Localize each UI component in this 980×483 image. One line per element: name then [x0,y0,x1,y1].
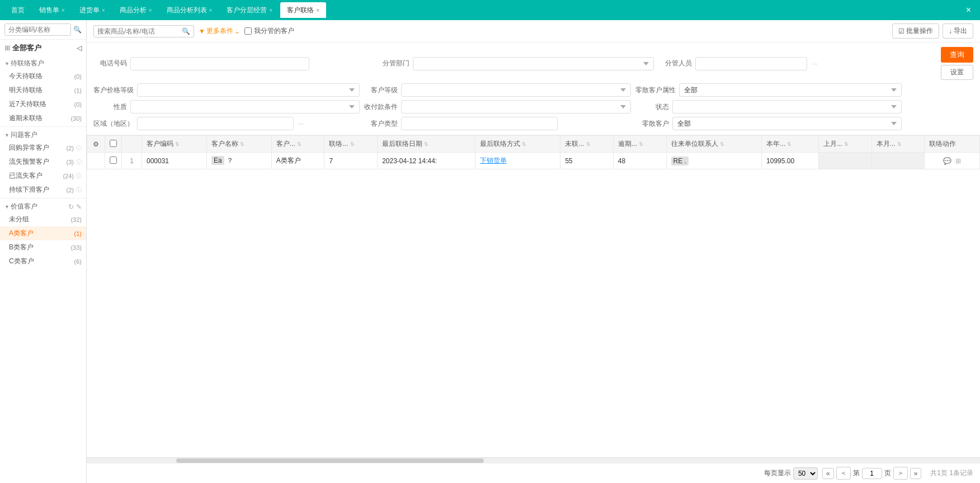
row-checkbox[interactable] [110,157,117,164]
horizontal-scrollbar[interactable] [87,457,980,463]
row-last-method[interactable]: 下销货单 [475,153,560,169]
col-type[interactable]: 客户... ⇅ [271,136,324,153]
edit-icon[interactable]: ✎ [76,203,82,211]
col-overdue[interactable]: 逾期... ⇅ [613,136,666,153]
region-input[interactable] [137,117,294,130]
col-name[interactable]: 客户名称 ⇅ [206,136,271,153]
sidebar-item-ungrouped[interactable]: 未分组 (32) [0,212,86,226]
sort-contact-icon: ⇅ [350,141,355,147]
my-customers-checkbox[interactable]: 我分管的客户 [244,26,294,36]
sidebar-item-class-b[interactable]: B类客户 (33) [0,240,86,254]
close-goods-list-tab[interactable]: × [209,7,213,13]
main-search-wrapper: 🔍 [93,25,194,37]
col-contact[interactable]: 联络... ⇅ [324,136,378,153]
col-last-month[interactable]: 上月... ⇅ [818,136,871,153]
sidebar-search-icon[interactable]: 🔍 [73,26,82,34]
section-problem-label: 问题客户 [11,130,37,140]
col-gear[interactable]: ⚙ [87,136,105,153]
customer-level-select[interactable] [401,83,630,97]
sidebar-item-tomorrow[interactable]: 明天待联络 (1) [0,83,86,97]
collapse-sidebar-btn[interactable]: ◁ [77,44,82,52]
sidebar-item-7days[interactable]: 近7天待联络 (0) [0,97,86,111]
select-all-checkbox[interactable] [110,140,117,147]
col-contact-person[interactable]: 往来单位联系人 ⇅ [666,136,762,153]
retail-customer-select[interactable]: 全部 [672,117,902,130]
batch-btn[interactable]: ☑ 批量操作 [892,23,939,39]
col-last-date[interactable]: 最后联络日期 ⇅ [378,136,475,153]
col-no-contact[interactable]: 未联... ⇅ [560,136,614,153]
row-this-year: 10995.00 [762,153,819,169]
tab-sales[interactable]: 销售单 × [32,2,72,18]
close-all-tabs[interactable]: × [962,5,976,15]
sidebar-item-repurchase[interactable]: 回购异常客户 (2) ⓘ [0,141,86,155]
main-search-icon[interactable]: 🔍 [182,27,190,35]
section-problem-customers[interactable]: ▼ 问题客户 [0,128,86,141]
sidebar-search-input[interactable] [4,23,71,36]
status-select[interactable] [672,100,902,113]
page-number-input[interactable] [862,468,882,479]
sidebar-item-today[interactable]: 今天待联络 (0) [0,69,86,83]
manager-more-icon[interactable]: ··· [812,60,817,68]
scroll-thumb[interactable] [176,458,484,463]
close-purchase-tab[interactable]: × [102,7,105,13]
sort-this-month-icon: ⇅ [897,141,902,147]
next-page-btn[interactable]: ＞ [893,467,908,480]
chat-action-icon[interactable]: 💬 [943,157,951,165]
grid-action-icon[interactable]: ⊞ [955,157,961,165]
sort-no-contact-icon: ⇅ [586,141,591,147]
payment-select[interactable] [401,100,630,113]
sidebar-item-class-c[interactable]: C类客户 (6) [0,254,86,268]
sidebar: 🔍 ⊞ 全部客户 ◁ ▼ 待联络客户 今天待联络 (0) 明天待联络 (1) 近… [0,20,87,483]
refresh-icon[interactable]: ↻ [68,203,74,211]
department-select[interactable] [413,57,654,70]
tab-goods-analysis[interactable]: 商品分析 × [113,2,159,18]
col-last-method[interactable]: 最后联络方式 ⇅ [475,136,560,153]
col-this-month[interactable]: 本月... ⇅ [871,136,925,153]
sidebar-item-churn-warning[interactable]: 流失预警客户 (3) ⓘ [0,155,86,169]
tab-home[interactable]: 首页 [4,2,31,18]
phone-input[interactable] [130,57,309,70]
my-customers-check[interactable] [244,27,252,35]
close-sales-tab[interactable]: × [62,7,65,13]
customer-type-input[interactable] [401,117,558,130]
tab-customer-contact[interactable]: 客户联络 × [280,2,326,18]
retail-attr-select[interactable]: 全部 [679,83,902,97]
query-btn[interactable]: 查询 [941,47,973,63]
prev-page-btn[interactable]: ＜ [836,467,851,480]
sidebar-item-churned[interactable]: 已流失客户 (24) ⓘ [0,169,86,183]
manager-input[interactable] [695,57,807,70]
sort-name-icon: ⇅ [240,141,244,147]
tab-goods-list[interactable]: 商品分析列表 × [160,2,219,18]
filter-row-2: 客户价格等级 客户等级 零散客户属性 全部 [93,83,973,97]
region-more-icon[interactable]: ··· [298,120,304,127]
col-this-year[interactable]: 本年... ⇅ [762,136,819,153]
main-search-input[interactable] [97,27,180,35]
tab-purchase[interactable]: 进货单 × [73,2,112,18]
table-footer: 每页显示 50 « ＜ 第 页 ＞ » 共1页 1条记录 [87,463,980,483]
close-goods-analysis-tab[interactable]: × [149,7,152,13]
more-conditions-btn[interactable]: ▼ 更多条件 ⌄ [199,26,240,36]
field-status: 状态 [635,100,902,113]
arrow-icon-3: ▼ [4,204,10,210]
sidebar-item-overdue[interactable]: 逾期未联络 (30) [0,111,86,125]
nature-select[interactable] [130,100,360,113]
row-contact-count: 7 [324,153,378,169]
page-size-select[interactable]: 50 [793,467,818,480]
row-type: A类客户 [271,153,324,169]
first-page-btn[interactable]: « [822,468,834,479]
sidebar-item-declining[interactable]: 持续下滑客户 (2) ⓘ [0,183,86,197]
department-label: 分管部门 [376,59,409,68]
export-btn[interactable]: ↓ 导出 [943,23,973,39]
sidebar-item-class-a[interactable]: A类客户 (1) [0,226,86,240]
col-code[interactable]: 客户编码 ⇅ [142,136,207,153]
close-customer-seg-tab[interactable]: × [269,7,272,13]
tab-customer-seg[interactable]: 客户分层经营 × [220,2,279,18]
section-pending-contact[interactable]: ▼ 待联络客户 [0,56,86,69]
section-value-customers[interactable]: ▼ 价值客户 ↻ ✎ [0,200,86,212]
last-page-btn[interactable]: » [910,468,922,479]
sort-last-month-icon: ⇅ [844,141,849,147]
close-customer-contact-tab[interactable]: × [316,7,319,13]
all-customers-header[interactable]: ⊞ 全部客户 ◁ [0,40,86,56]
settings-btn[interactable]: 设置 [941,65,973,80]
price-level-select[interactable] [137,83,360,97]
